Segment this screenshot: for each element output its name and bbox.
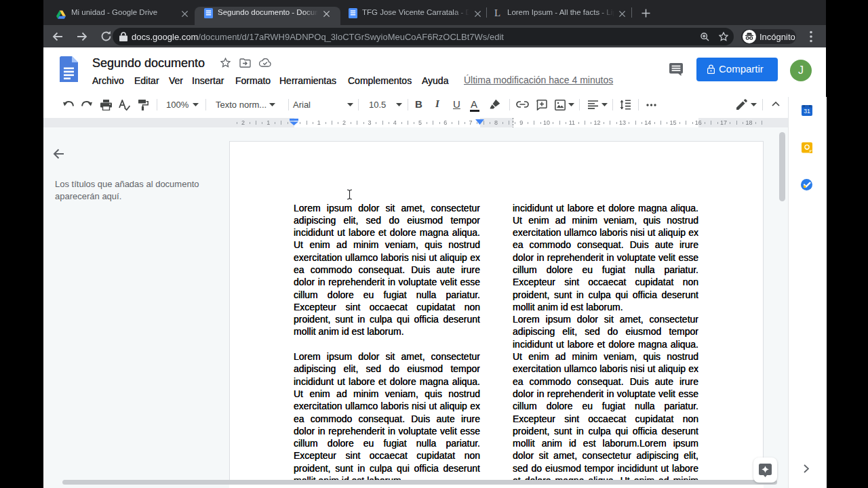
- svg-text:31: 31: [804, 108, 810, 115]
